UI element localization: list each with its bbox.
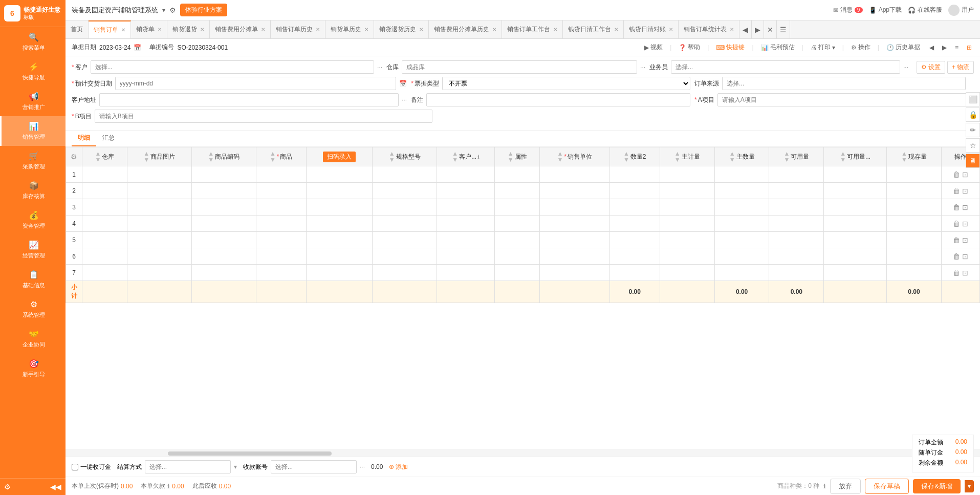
row-delete-3[interactable]: 🗑 <box>953 203 960 211</box>
one-click-checkbox[interactable] <box>72 464 78 470</box>
delivery-input[interactable] <box>115 77 396 90</box>
cell-3-11[interactable] <box>714 199 769 216</box>
scroll-thumb[interactable] <box>168 451 332 456</box>
cell-7-13[interactable] <box>824 265 887 281</box>
cell-7-9[interactable] <box>609 265 660 281</box>
cell-5-2[interactable] <box>191 232 256 248</box>
row-copy-3[interactable]: ⊡ <box>962 203 968 211</box>
cell-5-13[interactable] <box>824 232 887 248</box>
cell-1-13[interactable] <box>824 166 887 183</box>
cell-5-11[interactable] <box>714 232 769 248</box>
add-btn[interactable]: ⊕ 添加 <box>389 463 408 471</box>
cell-6-2[interactable] <box>191 248 256 265</box>
address-input[interactable] <box>99 93 399 106</box>
settings-icon[interactable]: ⚙ <box>169 6 176 14</box>
cell-6-13[interactable] <box>824 248 887 265</box>
calendar-icon[interactable]: 📅 <box>134 44 141 51</box>
cell-3-2[interactable] <box>191 199 256 216</box>
cell-6-4[interactable] <box>306 248 372 265</box>
tab-7[interactable]: 销货退货历史✕ <box>374 20 429 39</box>
cell-7-0[interactable] <box>82 265 127 281</box>
warehouse-dots[interactable]: ··· <box>640 63 645 71</box>
tab-0[interactable]: 首页 <box>66 20 89 39</box>
cell-2-9[interactable] <box>609 183 660 199</box>
cell-4-7[interactable] <box>495 216 540 232</box>
cell-5-14[interactable] <box>887 232 942 248</box>
cell-5-6[interactable] <box>437 232 495 248</box>
cell-2-3[interactable] <box>256 183 306 199</box>
tab-menu-btn[interactable]: ☰ <box>777 20 790 39</box>
account-dots[interactable]: ··· <box>360 463 365 470</box>
sidebar-item-1[interactable]: ⚡快捷导航 <box>0 57 66 87</box>
cell-2-8[interactable] <box>539 183 609 199</box>
cell-3-12[interactable] <box>769 199 824 216</box>
cell-4-4[interactable] <box>306 216 372 232</box>
cell-2-10[interactable] <box>660 183 714 199</box>
tab-close-1[interactable]: ✕ <box>121 27 125 33</box>
form-view-toggle[interactable]: ≡ <box>953 44 961 51</box>
cell-1-7[interactable] <box>495 166 540 183</box>
payment-input[interactable] <box>145 460 231 474</box>
cell-4-1[interactable] <box>127 216 191 232</box>
cell-1-8[interactable] <box>539 166 609 183</box>
tab-prev-btn[interactable]: ◀ <box>739 20 752 39</box>
float-btn-5[interactable]: 🖥 <box>966 154 980 168</box>
cell-1-5[interactable] <box>373 166 437 183</box>
row-delete-4[interactable]: 🗑 <box>953 220 960 228</box>
cell-1-3[interactable] <box>256 166 306 183</box>
cell-7-7[interactable] <box>495 265 540 281</box>
row-delete-6[interactable]: 🗑 <box>953 252 960 261</box>
cell-4-5[interactable] <box>373 216 437 232</box>
float-btn-2[interactable]: 🔒 <box>966 107 980 122</box>
tab-12[interactable]: 销售订单统计表✕ <box>679 20 739 39</box>
cell-4-6[interactable] <box>437 216 495 232</box>
tab-close-12[interactable]: ✕ <box>730 27 734 32</box>
b-project-input[interactable] <box>95 110 433 123</box>
th-main-unit[interactable]: ▲▼主计量 <box>660 147 714 166</box>
cell-7-14[interactable] <box>887 265 942 281</box>
shortcut-btn[interactable]: ⌨ 快捷键 <box>713 42 748 53</box>
row-copy-6[interactable]: ⊡ <box>962 252 968 261</box>
tab-close-4[interactable]: ✕ <box>261 27 265 32</box>
cell-6-9[interactable] <box>609 248 660 265</box>
account-input[interactable] <box>271 460 357 474</box>
history-btn[interactable]: 🕐 历史单据 <box>883 42 923 53</box>
cell-5-1[interactable] <box>127 232 191 248</box>
tab-1[interactable]: 销售订单✕ <box>89 20 131 39</box>
sidebar-settings-icon[interactable]: ⚙ <box>4 483 11 491</box>
invoice-select[interactable]: 不开票 <box>442 77 690 90</box>
tab-close-6[interactable]: ✕ <box>364 27 368 32</box>
save-new-dropdown[interactable]: ▾ <box>965 480 974 492</box>
app-download-btn[interactable]: 📱 App下载 <box>869 6 902 14</box>
tab-close-7[interactable]: ✕ <box>419 27 423 32</box>
sidebar-item-3[interactable]: 📊销售管理 <box>0 116 66 146</box>
a-project-input[interactable] <box>717 93 974 106</box>
cell-2-13[interactable] <box>824 183 887 199</box>
cell-2-4[interactable] <box>306 183 372 199</box>
th-image[interactable]: ▲▼商品图片 <box>127 147 191 166</box>
cell-2-6[interactable] <box>437 183 495 199</box>
operation-btn[interactable]: ⚙ 操作 <box>848 42 874 53</box>
cell-4-3[interactable] <box>256 216 306 232</box>
cell-3-14[interactable] <box>887 199 942 216</box>
cell-4-0[interactable] <box>82 216 127 232</box>
cell-6-5[interactable] <box>373 248 437 265</box>
tab-close-5[interactable]: ✕ <box>316 27 320 32</box>
cell-1-14[interactable] <box>887 166 942 183</box>
cell-7-4[interactable] <box>306 265 372 281</box>
system-selector[interactable]: ▾ <box>162 7 165 14</box>
th-gear[interactable]: ⚙ <box>66 147 82 166</box>
cell-6-7[interactable] <box>495 248 540 265</box>
sidebar-item-7[interactable]: 📈经营管理 <box>0 235 66 265</box>
tab-3[interactable]: 销货退货✕ <box>167 20 210 39</box>
cell-5-10[interactable] <box>660 232 714 248</box>
cell-2-12[interactable] <box>769 183 824 199</box>
cell-2-7[interactable] <box>495 183 540 199</box>
cell-2-0[interactable] <box>82 183 127 199</box>
th-spec[interactable]: ▲▼规格型号 <box>373 147 437 166</box>
th-current[interactable]: ▲▼现存量 <box>887 147 942 166</box>
th-attr[interactable]: ▲▼属性 <box>495 147 540 166</box>
th-unit[interactable]: ▲▼*销售单位 <box>539 147 609 166</box>
save-new-btn[interactable]: 保存&新增 <box>913 479 961 493</box>
float-btn-3[interactable]: ✏ <box>966 123 980 137</box>
